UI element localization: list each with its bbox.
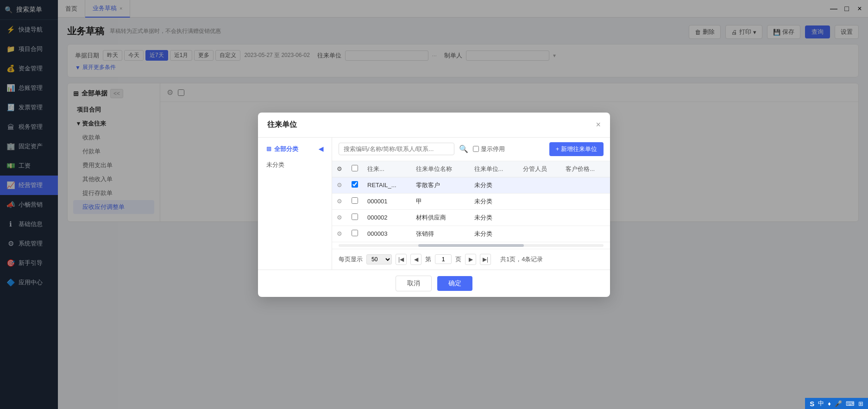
partner-modal: 往来单位 × ⊞ 全部分类 ◀ 未分类 🔍 显示停用 [258,113,610,297]
row-name: 张销得 [411,226,469,242]
collapse-arrow-icon: ◀ [319,145,323,152]
row-price-level [561,177,610,193]
row-gear: ⚙ [332,209,347,226]
row-gear: ⚙ [332,226,347,242]
table-header-row: ⚙ 往来... 往来单位名称 往来单位... [332,161,610,177]
confirm-button[interactable]: 确定 [437,276,472,291]
total-records: 共1页，4条记录 [500,255,543,264]
row-gear: ⚙ [332,177,347,193]
modal-tree-all-label: 全部分类 [274,145,298,153]
row-checkbox-cell [347,209,363,226]
row-manager [518,226,561,242]
grid-icon: ⊞ [858,400,863,407]
add-partner-button[interactable]: + 新增往来单位 [549,142,604,156]
mic-icon: 🎤 [835,400,842,407]
page-size-select[interactable]: 50 20 100 [366,254,392,264]
table-row[interactable]: ⚙ 000003 张销得 未分类 [332,226,610,242]
row-name: 材料供应商 [411,209,469,226]
page-last-btn[interactable]: ▶| [480,254,491,265]
row-code: 000001 [363,193,411,209]
col-code-header: 往来... [363,161,411,177]
partner-table: ⚙ 往来... 往来单位名称 往来单位... [332,161,610,242]
modal-title: 往来单位 [267,120,297,130]
modal-tree-all[interactable]: ⊞ 全部分类 ◀ [263,142,327,156]
table-select-all[interactable] [352,165,358,171]
row-category: 未分类 [470,193,519,209]
row-code: RETAIL_... [363,177,411,193]
status-dot: ♦ [828,400,831,407]
search-icon: 🔍 [459,145,468,153]
keyboard-icon: ⌨ [846,400,855,407]
row-checkbox[interactable] [352,181,358,188]
page-label: 第 [425,255,431,264]
grid-icon: ⊞ [266,145,271,152]
row-category: 未分类 [470,226,519,242]
row-checkbox-cell [347,226,363,242]
page-next-btn[interactable]: ▶ [465,254,476,265]
table-row[interactable]: ⚙ 000001 甲 未分类 [332,193,610,209]
col-category-header: 往来单位... [470,161,519,177]
cancel-button[interactable]: 取消 [396,276,432,291]
row-name: 零散客户 [411,177,469,193]
page-prev-btn[interactable]: ◀ [410,254,421,265]
row-name: 甲 [411,193,469,209]
col-price-header: 客户价格... [561,161,610,177]
modal-table: ⚙ 往来... 往来单位名称 往来单位... [332,161,610,249]
row-code: 000002 [363,209,411,226]
col-check [347,161,363,177]
row-checkbox[interactable] [352,214,358,220]
brand-icon: S [810,400,814,408]
modal-tree-item-label: 未分类 [266,161,284,168]
modal-tree: ⊞ 全部分类 ◀ 未分类 [258,138,332,270]
row-gear: ⚙ [332,193,347,209]
modal-header: 往来单位 × [258,113,610,138]
modal-search-bar: 🔍 显示停用 + 新增往来单位 [332,138,610,161]
table-row[interactable]: ⚙ 000002 材料供应商 未分类 [332,209,610,226]
row-category: 未分类 [470,209,519,226]
per-page-label: 每页显示 [339,255,363,264]
table-row[interactable]: ⚙ RETAIL_... 零散客户 未分类 [332,177,610,193]
row-price-level [561,209,610,226]
page-first-btn[interactable]: |◀ [396,254,407,265]
modal-close-button[interactable]: × [596,120,601,129]
page-input[interactable] [435,254,452,264]
row-manager [518,209,561,226]
row-checkbox-cell [347,193,363,209]
statusbar: S 中 ♦ 🎤 ⌨ ⊞ [805,398,868,409]
status-text: 中 [818,399,824,408]
modal-footer: 取消 确定 [258,270,610,297]
show-disabled-label[interactable]: 显示停用 [473,145,505,153]
modal-search-input[interactable] [339,143,454,155]
scrollbar-thumb [418,244,524,247]
pagination: 每页显示 50 20 100 |◀ ◀ 第 页 ▶ ▶| 共1页，4条记录 [332,249,610,270]
col-name-header: 往来单位名称 [411,161,469,177]
row-checkbox[interactable] [352,197,358,204]
row-price-level [561,226,610,242]
show-disabled-checkbox[interactable] [473,146,479,152]
page-unit: 页 [455,255,461,264]
add-partner-label: + 新增往来单位 [556,145,597,153]
col-gear: ⚙ [332,161,347,177]
row-manager [518,177,561,193]
show-disabled-text: 显示停用 [481,145,505,153]
row-code: 000003 [363,226,411,242]
modal-right: 🔍 显示停用 + 新增往来单位 ⚙ [332,138,610,270]
row-checkbox[interactable] [352,230,358,236]
row-manager [518,193,561,209]
row-checkbox-cell [347,177,363,193]
row-category: 未分类 [470,177,519,193]
col-manager-header: 分管人员 [518,161,561,177]
modal-body: ⊞ 全部分类 ◀ 未分类 🔍 显示停用 + 新增往来单位 [258,138,610,270]
horizontal-scrollbar[interactable] [339,244,604,247]
modal-tree-uncategorized[interactable]: 未分类 [263,158,327,172]
row-price-level [561,193,610,209]
